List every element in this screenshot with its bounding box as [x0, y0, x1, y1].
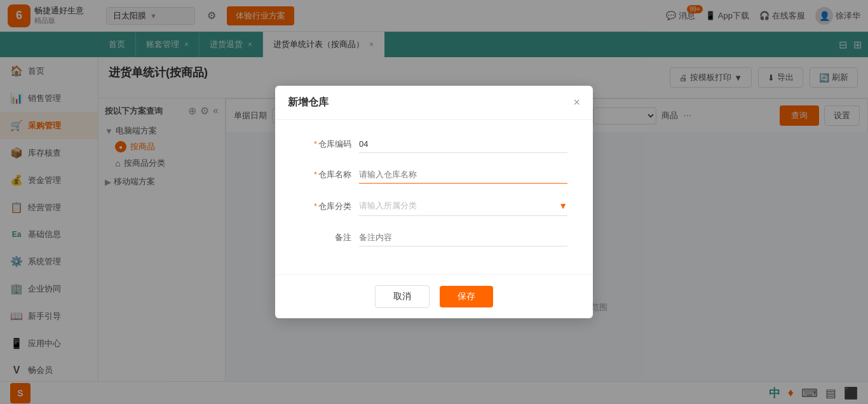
modal-footer: 取消 保存: [275, 274, 593, 318]
form-row-remark: 备注: [301, 229, 567, 246]
remark-label: 备注: [301, 232, 351, 243]
save-button[interactable]: 保存: [440, 286, 493, 307]
modal-overlay: 新增仓库 × 仓库编码 仓库名称 仓库分类 请输入所属分类 ▼: [0, 0, 868, 404]
form-row-category: 仓库分类 请输入所属分类 ▼: [301, 196, 567, 216]
category-select[interactable]: 请输入所属分类 ▼: [359, 196, 567, 216]
form-row-name: 仓库名称: [301, 166, 567, 184]
name-input[interactable]: [359, 166, 567, 184]
cancel-button[interactable]: 取消: [375, 285, 430, 308]
modal-close-button[interactable]: ×: [573, 96, 580, 109]
add-warehouse-modal: 新增仓库 × 仓库编码 仓库名称 仓库分类 请输入所属分类 ▼: [275, 86, 593, 318]
remark-input[interactable]: [359, 229, 567, 246]
modal-title: 新增仓库: [288, 96, 329, 109]
category-placeholder: 请输入所属分类: [359, 200, 417, 212]
code-input[interactable]: [359, 135, 567, 153]
form-row-code: 仓库编码: [301, 135, 567, 153]
modal-header: 新增仓库 ×: [275, 86, 593, 120]
category-arrow-icon: ▼: [559, 201, 567, 211]
code-label: 仓库编码: [301, 138, 351, 150]
category-label: 仓库分类: [301, 201, 351, 212]
name-label: 仓库名称: [301, 169, 351, 180]
modal-body: 仓库编码 仓库名称 仓库分类 请输入所属分类 ▼ 备注: [275, 120, 593, 274]
